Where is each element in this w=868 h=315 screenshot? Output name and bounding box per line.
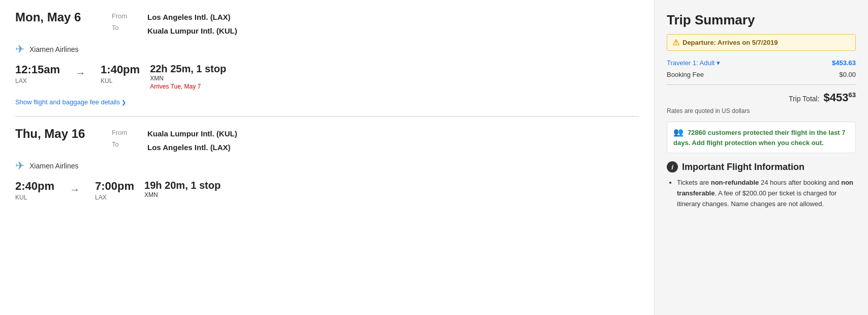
protection-icon: 👥 [673, 128, 684, 136]
duration-1: 22h 25m, 1 stop [150, 63, 226, 75]
airline-icon-2: ✈ [15, 159, 24, 173]
protection-box: 👥 72860 customers protected their flight… [667, 122, 856, 153]
important-section-title: i Important Flight Information [667, 161, 856, 173]
arrive-time-2: 7:00pm [95, 180, 134, 193]
traveler-label: Traveler 1: Adult [667, 59, 715, 67]
duration-block-1: 22h 25m, 1 stop XMN Arrives Tue, May 7 [150, 63, 226, 90]
to-city-2: Los Angeles Intl. (LAX) [147, 140, 237, 154]
from-to-block-1: From To [112, 10, 137, 34]
segment-header-2: Thu, May 16 From To Kuala Lumpur Intl. (… [15, 127, 639, 154]
price-divider [667, 84, 856, 85]
show-details-link-1[interactable]: Show flight and baggage fee details [15, 98, 126, 106]
times-row-2: 2:40pm KUL → 7:00pm LAX 19h 20m, 1 stop … [15, 180, 639, 201]
duration-2: 19h 20m, 1 stop [144, 180, 221, 191]
protection-text: 72860 customers protected their flight i… [673, 129, 846, 147]
left-panel: Mon, May 6 From To Los Angeles Intl. (LA… [0, 0, 655, 315]
arrives-note-1: Arrives Tue, May 7 [150, 83, 226, 90]
total-row: Trip Total: $45363 [667, 91, 856, 104]
arrive-airport-2: LAX [95, 194, 134, 201]
departure-warning-text: Departure: Arrives on 5/7/2019 [683, 39, 778, 46]
warning-icon: ⚠ [672, 38, 679, 47]
total-label: Trip Total: [789, 95, 820, 103]
airline-icon-1: ✈ [15, 43, 24, 56]
booking-fee-row: Booking Fee $0.00 [667, 71, 856, 78]
arrow-icon-2: → [65, 184, 85, 195]
duration-block-2: 19h 20m, 1 stop XMN [144, 180, 221, 198]
arrive-block-2: 7:00pm LAX [95, 180, 134, 201]
route-block-1: Los Angeles Intl. (LAX) Kuala Lumpur Int… [147, 10, 237, 38]
depart-airport-1: LAX [15, 77, 60, 84]
total-amount: $45363 [824, 91, 856, 104]
airline-row-2: ✈ Xiamen Airlines [15, 159, 639, 173]
traveler-dropdown-icon: ▾ [717, 59, 720, 67]
stop-airport-2: XMN [144, 191, 221, 198]
traveler-price-row: Traveler 1: Adult ▾ $453.63 [667, 59, 856, 67]
flight-segment-2: Thu, May 16 From To Kuala Lumpur Intl. (… [15, 116, 639, 211]
arrive-time-1: 1:40pm [101, 63, 140, 76]
to-label-1: To [112, 22, 137, 34]
flight-2-date: Thu, May 16 [15, 127, 97, 141]
total-whole: $453 [824, 91, 849, 104]
depart-block-2: 2:40pm KUL [15, 180, 54, 201]
to-city-1: Kuala Lumpur Intl. (KUL) [147, 24, 237, 38]
depart-time-1: 12:15am [15, 63, 60, 76]
arrow-icon-1: → [70, 67, 90, 79]
depart-time-2: 2:40pm [15, 180, 54, 193]
important-list: Tickets are non-refundable 24 hours afte… [667, 178, 856, 209]
arrive-block-1: 1:40pm KUL [101, 63, 140, 84]
total-cents: 63 [849, 91, 856, 99]
arrive-airport-1: KUL [101, 77, 140, 84]
rates-note: Rates are quoted in US dollars [667, 107, 856, 114]
flight-1-date: Mon, May 6 [15, 10, 97, 24]
traveler-price: $453.63 [832, 59, 856, 67]
airline-row-1: ✈ Xiamen Airlines [15, 43, 639, 56]
segment-header-1: Mon, May 6 From To Los Angeles Intl. (LA… [15, 10, 639, 38]
important-title-text: Important Flight Information [682, 162, 804, 173]
important-list-item-1: Tickets are non-refundable 24 hours afte… [677, 178, 856, 209]
booking-fee-label: Booking Fee [667, 71, 704, 78]
route-block-2: Kuala Lumpur Intl. (KUL) Los Angeles Int… [147, 127, 237, 154]
departure-warning: ⚠ Departure: Arrives on 5/7/2019 [667, 34, 856, 51]
trip-summary-title: Trip Summary [667, 12, 856, 28]
from-city-2: Kuala Lumpur Intl. (KUL) [147, 127, 237, 140]
from-label-1: From [112, 10, 137, 22]
important-section: i Important Flight Information Tickets a… [667, 161, 856, 209]
times-row-1: 12:15am LAX → 1:40pm KUL 22h 25m, 1 stop… [15, 63, 639, 90]
from-label-2: From [112, 127, 137, 138]
right-panel: Trip Summary ⚠ Departure: Arrives on 5/7… [655, 0, 868, 315]
to-label-2: To [112, 138, 137, 150]
airline-name-1: Xiamen Airlines [29, 45, 79, 53]
depart-airport-2: KUL [15, 194, 54, 201]
info-icon: i [667, 161, 678, 173]
stop-airport-1: XMN [150, 75, 226, 82]
from-to-block-2: From To [112, 127, 137, 151]
depart-block-1: 12:15am LAX [15, 63, 60, 84]
traveler-link[interactable]: Traveler 1: Adult ▾ [667, 59, 720, 67]
flight-segment-1: Mon, May 6 From To Los Angeles Intl. (LA… [15, 10, 639, 116]
booking-fee-value: $0.00 [839, 71, 856, 78]
from-city-1: Los Angeles Intl. (LAX) [147, 10, 237, 24]
airline-name-2: Xiamen Airlines [29, 162, 79, 170]
